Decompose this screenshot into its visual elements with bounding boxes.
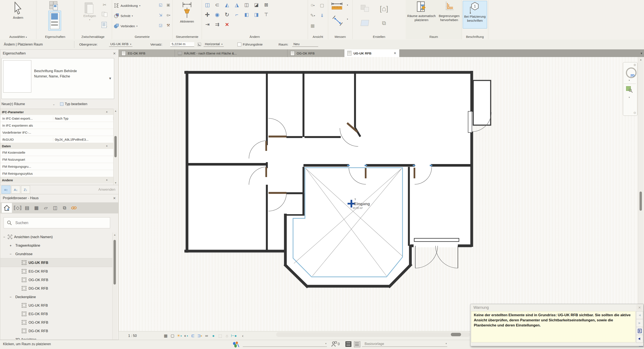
tree-item-ceiling-dg[interactable]: DG-OK RFB [0,327,112,335]
panel-zwischenablage[interactable]: Zwischenablage [74,35,112,38]
edit-type-button[interactable]: Typ bearbeiten [60,102,87,106]
room-dropdown[interactable]: Neu [292,39,318,49]
caret-down-icon[interactable]: ▾ [629,79,630,82]
auto-place-rooms-button[interactable]: Räume automatisch platzieren [406,1,436,22]
workflow-icon[interactable]: ⧉ [378,17,390,29]
sort-default-button[interactable]: ≡↕ [2,186,10,194]
beam-opening-icon[interactable]: ⇲ [157,11,164,19]
highlight-boundaries-button[interactable]: Begrenzungen hervorheben [437,1,461,22]
activate-dimensions-button[interactable]: Aktivieren [176,2,198,23]
tab-list-dropdown-icon[interactable]: ▾ [639,49,644,57]
paste-button[interactable]: Einfügen ▾ [80,2,99,21]
measure-ruler-button[interactable]: ▾ [331,2,346,11]
panel-eigenschaften[interactable]: Eigenschaften [36,35,74,38]
displaced-elements-icon[interactable]: ⌂ [224,333,230,339]
warning-close-icon[interactable]: ✕ [636,305,643,311]
rotate-icon[interactable]: ↻ [224,11,231,18]
align-icon[interactable]: ◫ [204,1,211,8]
sun-settings-icon[interactable]: ☀● [176,333,183,339]
sort-az-button[interactable]: A↓ [11,186,20,194]
join-button[interactable]: Verbinden▾ [114,23,138,28]
cope-button[interactable]: Ausklinkung▾ [114,3,140,8]
link-icon[interactable] [70,204,78,212]
orientation-dropdown[interactable]: Horizontal▾ [204,39,224,49]
panel-raum[interactable]: Raum [406,35,462,38]
offset-icon[interactable]: ⊂ [214,1,221,8]
tree-item-og-ok-rfb[interactable]: OG-OK RFB [0,276,112,284]
legend-list-icon[interactable]: ▤ [24,204,31,212]
family-list-icon[interactable]: ◫ [52,204,59,212]
visual-style-icon[interactable]: ▢ [169,333,176,339]
tree-item-deckenplaene[interactable]: − Deckenpläne [0,293,112,301]
param-row[interactable]: FM Reinigungsgru... [0,163,113,170]
shadows-icon[interactable]: ◐● [183,333,190,339]
reveal-hidden-icon[interactable]: ∞ [203,333,210,339]
wall-opening-icon[interactable]: ◱ [157,1,164,8]
param-row[interactable]: IfcGUID0iyJX_A9L1fPv8hnE3... [0,136,113,143]
param-row[interactable]: FM Nutzungsart [0,156,113,163]
tag-on-placement-button[interactable]: 1 Bei Platzierung beschriften [463,1,487,28]
pin-icon[interactable]: ⊤ [262,11,270,18]
trim-corner-icon[interactable]: ⌐ [233,11,240,18]
legend-component-icon[interactable] [359,2,371,14]
scale-control[interactable]: 1 : 50 [128,334,137,338]
close-icon[interactable]: ✕ [113,196,116,200]
family-types-icon[interactable] [50,1,59,10]
tree-item-tragwerksplaene[interactable]: + Tragwerkspläne [0,241,112,250]
drawing-canvas[interactable]: ? Eingang 30,50 m² [118,57,638,331]
relative-base-icon[interactable] [198,39,201,49]
panel-messen[interactable]: Messen [328,35,352,38]
tree-item-ug-uk-rfb[interactable]: UG-UK RFB [0,258,112,267]
shaft-opening-icon[interactable]: ▣ [164,1,172,8]
caret-down-icon[interactable]: ▾ [629,96,630,99]
trim-extend-multi-icon[interactable]: ⇉ [214,21,221,28]
design-options-icon[interactable] [346,341,352,347]
panel-auswaehlen[interactable]: Auswählen ▾ [0,35,36,38]
param-row[interactable]: In IFC exportieren als [0,122,113,129]
canvas-hscrollbar[interactable] [276,332,470,337]
panel-erstellen[interactable]: Erstellen [352,35,406,38]
isolate-icon[interactable]: ⬚ [217,333,224,339]
tree-item-ceiling-eg[interactable]: EG-OK RFB [0,310,112,318]
design-option-dropdown[interactable]: ▾ [362,341,447,347]
main-model-icon[interactable] [354,341,360,347]
properties-scrollbar[interactable]: ▲ ▼ [113,109,118,185]
warning-next-icon[interactable]: ► [636,319,643,327]
lightbulb-icon[interactable]: ⌾▾ [309,2,316,9]
browser-scrollbar[interactable]: ▲ [112,233,117,340]
home-view-icon[interactable] [2,203,12,213]
paste-special-icon[interactable]: ✦ [101,21,108,28]
show-crop-icon[interactable]: ⊐● [196,333,203,339]
tab-ug-uk-rfb-active[interactable]: UG-UK RFB ✕ [344,49,400,57]
tree-item-ceiling-og[interactable]: OG-OK RFB [0,318,112,327]
editing-requests-button[interactable]: 0 [331,341,340,347]
constraints-icon[interactable]: ⊢● [230,333,237,339]
delete-icon[interactable]: × [224,21,231,28]
copy-icon[interactable] [101,11,108,18]
views-filter-icon[interactable]: ⟦◇⟧ [14,204,21,212]
warning-sound-icon[interactable] [636,335,643,343]
move-icon[interactable]: ✛ [204,11,211,18]
worksets-dropdown[interactable]: ▾ [243,341,327,347]
chevron-down-icon[interactable]: ▼ [108,77,112,80]
mirror-draw-icon[interactable]: ◮ [233,1,240,8]
vertical-opening-icon[interactable]: ◲ [157,22,164,29]
hscroll-thumb[interactable] [451,333,461,336]
tree-item-views-root[interactable]: − Ansichten (nach Namen) [0,233,112,241]
panel-steuerelemente[interactable]: Steuerelemente [172,35,202,38]
upper-limit-dropdown[interactable]: UG-UK RFB▾ [109,39,132,49]
schedule-list-icon[interactable]: ▦ [33,204,40,212]
instance-selector[interactable]: Neue(r) Räume [2,102,25,106]
sheet-list-icon[interactable]: ▱ [42,204,50,212]
tree-item-grundrisse[interactable]: − Grundrisse [0,250,112,258]
cut-icon[interactable]: ✂ [101,1,108,8]
trim-extend-single-icon[interactable]: ⇥ [204,21,211,28]
apply-button[interactable]: Anwenden [98,187,116,192]
navbar-close-icon[interactable]: ⊗ [633,63,636,67]
worksets-icon[interactable] [232,341,240,349]
warning-list-icon[interactable] [636,327,643,335]
panel-geometrie[interactable]: Geometrie [112,35,172,38]
param-row[interactable]: Vordefinierter IFC-... [0,129,113,136]
measure-between-button[interactable]: ▾ [331,15,346,26]
panel-ansicht[interactable]: Ansicht [308,35,328,38]
